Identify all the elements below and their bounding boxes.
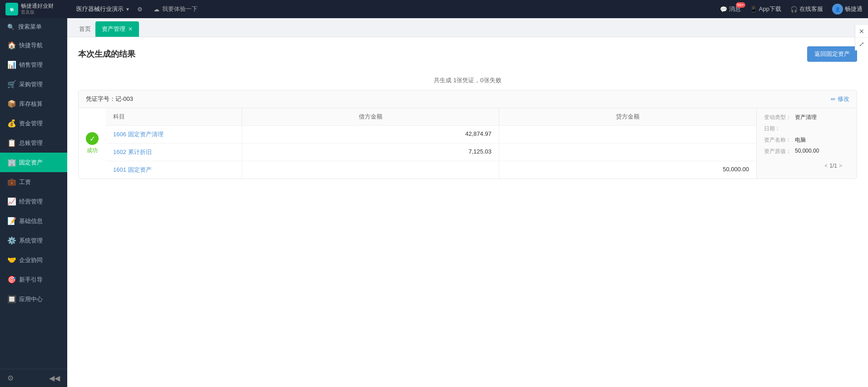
table-header: 科目 借方金额 贷方金额 bbox=[106, 108, 756, 125]
edit-icon: ✏ bbox=[831, 96, 836, 103]
voucher-header: 凭证字号：记-003 ✏ 修改 bbox=[79, 90, 857, 108]
svg-text:畅: 畅 bbox=[10, 8, 14, 12]
success-text: 成功 bbox=[87, 147, 98, 154]
customer-service-label: 在线客服 bbox=[799, 5, 823, 13]
tab-label: 资产管理 bbox=[102, 25, 125, 33]
sidebar-item-inventory[interactable]: 📦 库存核算 bbox=[0, 94, 67, 114]
sidebar-collapse-btn[interactable]: ◀◀ bbox=[49, 374, 60, 382]
subject-link-3[interactable]: 1601 固定资产 bbox=[113, 166, 152, 173]
page-info: 1/1 bbox=[829, 163, 837, 169]
funds-icon: 💰 bbox=[7, 119, 15, 128]
subject-link-2[interactable]: 1602 累计折旧 bbox=[113, 149, 152, 155]
date-label: 日期： bbox=[764, 125, 780, 133]
prev-page-btn[interactable]: < bbox=[824, 163, 828, 169]
logo-icon: 畅 bbox=[5, 3, 18, 15]
download-icon: 📱 bbox=[750, 6, 757, 13]
logo-area: 畅 畅捷通好业财 普及版 bbox=[5, 3, 73, 15]
asset-name-label: 资产名称： bbox=[764, 136, 791, 144]
voucher-body: ✓ 成功 科目 借方金额 贷方金额 1606 固定资产清 bbox=[79, 108, 857, 179]
company-selector[interactable]: 医疗器械行业演示 ▼ bbox=[76, 5, 130, 13]
payroll-icon: 💼 bbox=[7, 178, 15, 186]
sidebar-settings-btn[interactable]: ⚙ bbox=[7, 374, 14, 382]
customer-service-button[interactable]: 🎧 在线客服 bbox=[790, 5, 823, 13]
ledger-icon: 📋 bbox=[7, 139, 15, 147]
operations-icon: 📈 bbox=[7, 197, 15, 206]
sidebar-item-enterprise[interactable]: 🤝 企业协同 bbox=[0, 250, 67, 270]
experience-button[interactable]: ☁ 我要体验一下 bbox=[154, 5, 198, 13]
basic-info-icon: 📝 bbox=[7, 217, 15, 225]
cloud-icon: ☁ bbox=[154, 6, 159, 13]
sidebar-item-label: 快捷导航 bbox=[19, 41, 43, 50]
message-button[interactable]: 💬 消息 99+ bbox=[720, 5, 741, 13]
page-header: 本次生成的结果 返回固定资产 bbox=[78, 46, 857, 62]
change-type-value: 资产清理 bbox=[795, 114, 817, 121]
col-header-debit: 借方金额 bbox=[242, 108, 499, 125]
top-header: 畅 畅捷通好业财 普及版 医疗器械行业演示 ▼ ⚙ ☁ 我要体验一下 💬 消息 … bbox=[0, 0, 868, 18]
sidebar-item-ledger[interactable]: 📋 总账管理 bbox=[0, 133, 67, 153]
sidebar-item-quick-nav[interactable]: 🏠 快捷导航 bbox=[0, 35, 67, 55]
sidebar-item-label: 企业协同 bbox=[19, 256, 43, 264]
sidebar-item-funds[interactable]: 💰 资金管理 bbox=[0, 114, 67, 133]
cell-subject-2: 1602 累计折旧 bbox=[106, 144, 242, 161]
sidebar-item-app-center[interactable]: 🔲 应用中心 bbox=[0, 289, 67, 309]
sidebar-item-sales[interactable]: 📊 销售管理 bbox=[0, 55, 67, 74]
app-download-label: App下载 bbox=[759, 5, 781, 13]
original-value-value: 50,000.00 bbox=[795, 148, 819, 155]
pagination: < 1/1 > bbox=[764, 159, 849, 173]
cell-credit-3: 50,000.00 bbox=[499, 161, 756, 179]
next-page-btn[interactable]: > bbox=[839, 163, 842, 169]
sidebar-item-label: 库存核算 bbox=[19, 100, 43, 108]
app-download-button[interactable]: 📱 App下载 bbox=[750, 5, 781, 13]
sidebar-item-payroll[interactable]: 💼 工资 bbox=[0, 172, 67, 192]
subject-link-1[interactable]: 1606 固定资产清理 bbox=[113, 131, 164, 138]
user-menu[interactable]: 👤 畅捷通 bbox=[832, 4, 863, 15]
settings-icon[interactable]: ⚙ bbox=[134, 3, 146, 15]
page-content: 本次生成的结果 返回固定资产 共生成 1张凭证，0张失败 凭证字号：记-003 … bbox=[67, 37, 868, 387]
sidebar-item-label: 总账管理 bbox=[19, 139, 43, 147]
sidebar-item-purchase[interactable]: 🛒 采购管理 bbox=[0, 74, 67, 94]
guide-icon: 🎯 bbox=[7, 275, 15, 284]
panel-expand-btn[interactable]: ⤢ bbox=[855, 38, 868, 50]
info-row-asset-name: 资产名称： 电脑 bbox=[764, 136, 849, 144]
sidebar-scroll: 🏠 快捷导航 📊 销售管理 🛒 采购管理 📦 库存核算 💰 资金管理 📋 bbox=[0, 35, 67, 369]
tab-asset-management[interactable]: 资产管理 ✕ bbox=[95, 21, 139, 37]
tab-close-icon[interactable]: ✕ bbox=[128, 26, 133, 32]
edit-button[interactable]: ✏ 修改 bbox=[831, 95, 849, 103]
voucher-number: 凭证字号：记-003 bbox=[86, 95, 133, 103]
table-row: 1606 固定资产清理 42,874.97 bbox=[106, 125, 756, 143]
sidebar-item-system[interactable]: ⚙️ 系统管理 bbox=[0, 231, 67, 250]
inventory-icon: 📦 bbox=[7, 99, 15, 108]
table-row: 1601 固定资产 50,000.00 bbox=[106, 161, 756, 179]
user-name: 畅捷通 bbox=[845, 5, 863, 13]
cell-subject-1: 1606 固定资产清理 bbox=[106, 126, 242, 143]
sidebar-item-fixed-assets[interactable]: 🏢 固定资产 bbox=[0, 153, 67, 172]
table-row: 1602 累计折旧 7,125.03 bbox=[106, 143, 756, 161]
sidebar-item-label: 销售管理 bbox=[19, 61, 43, 69]
page-title: 本次生成的结果 bbox=[78, 49, 135, 60]
sidebar-item-guide[interactable]: 🎯 新手引导 bbox=[0, 270, 67, 289]
tab-bar: 首页 资产管理 ✕ bbox=[67, 18, 868, 37]
message-icon: 💬 bbox=[720, 6, 727, 13]
cell-subject-3: 1601 固定资产 bbox=[106, 161, 242, 179]
sidebar-search[interactable]: 🔍 搜索菜单 bbox=[0, 18, 67, 35]
success-indicator: ✓ 成功 bbox=[79, 108, 106, 179]
sidebar-item-label: 工资 bbox=[19, 178, 31, 186]
avatar: 👤 bbox=[832, 4, 843, 15]
cell-debit-1: 42,874.97 bbox=[242, 126, 499, 143]
info-row-original-value: 资产原值： 50,000.00 bbox=[764, 148, 849, 155]
sidebar-bottom: ⚙ ◀◀ bbox=[0, 369, 67, 387]
panel-close-btn[interactable]: ✕ bbox=[855, 25, 868, 38]
sidebar-item-basic-info[interactable]: 📝 基础信息 bbox=[0, 211, 67, 231]
search-label: 搜索菜单 bbox=[18, 23, 42, 31]
logo-name: 畅捷通好业财 bbox=[21, 3, 54, 9]
sidebar-item-operations[interactable]: 📈 经营管理 bbox=[0, 192, 67, 211]
cell-credit-1 bbox=[499, 126, 756, 143]
app-center-icon: 🔲 bbox=[7, 295, 15, 303]
sidebar: 🔍 搜索菜单 🏠 快捷导航 📊 销售管理 🛒 采购管理 📦 库存核算 💰 bbox=[0, 18, 67, 387]
success-icon: ✓ bbox=[86, 132, 99, 145]
fixed-assets-icon: 🏢 bbox=[7, 158, 15, 167]
edit-label: 修改 bbox=[838, 95, 849, 103]
return-button[interactable]: 返回固定资产 bbox=[807, 46, 857, 62]
enterprise-icon: 🤝 bbox=[7, 256, 15, 264]
tab-home[interactable]: 首页 bbox=[74, 21, 95, 37]
